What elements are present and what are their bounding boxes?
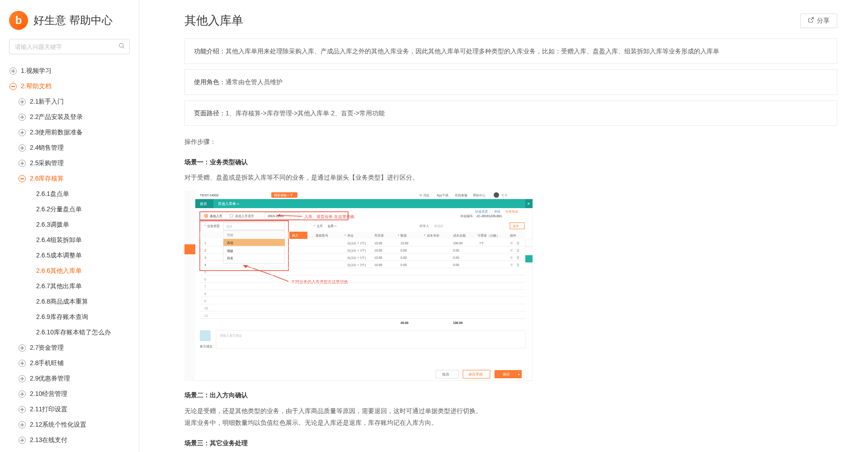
svg-text:保存: 保存: [503, 372, 510, 376]
nav-label: 2.6.8商品成本重算: [36, 298, 88, 306]
svg-point-14: [494, 192, 499, 198]
nav-item[interactable]: 2.9优惠券管理: [18, 371, 130, 386]
nav-item[interactable]: 2.11打印设置: [18, 402, 130, 417]
nav-item[interactable]: 2.6.7其他出库单: [36, 279, 130, 294]
nav-item[interactable]: 2.8手机旺铺: [18, 356, 130, 371]
svg-text:⊕: ⊕: [510, 263, 513, 267]
nav-label: 2.10经营管理: [30, 390, 67, 398]
nav-label: 2.6.3调拨单: [36, 221, 69, 229]
info-path: 页面路径：1、库存核算->库存管理->其他入库单 2、首页->常用功能: [184, 100, 837, 126]
svg-text:4: 4: [204, 263, 206, 266]
svg-text:*: *: [424, 234, 425, 237]
svg-text:其他入库退库: 其他入库退库: [235, 214, 254, 218]
svg-rect-4: [184, 244, 195, 254]
plus-circle-icon: [18, 390, 26, 398]
share-label: 分享: [817, 17, 830, 25]
svg-rect-57: [200, 232, 525, 239]
nav-label: 2.1新手入门: [30, 98, 64, 106]
nav-item[interactable]: 2.6.8商品成本重算: [36, 294, 130, 309]
nav-item[interactable]: 2.12系统个性化设置: [18, 417, 130, 433]
svg-text:拆装: 拆装: [226, 257, 233, 260]
svg-text:我要体验一下: 我要体验一下: [274, 194, 293, 197]
svg-text:×: ×: [527, 201, 530, 206]
nav-item[interactable]: 2.6.6其他入库单: [36, 263, 130, 279]
logo-icon: b: [9, 11, 28, 30]
nav-label: 2.12系统个性化设置: [30, 421, 86, 429]
screenshot-image: TEST-H002 我要体验一下 ⟳ 消息 App下载 在线客服 帮助中心 C …: [184, 191, 837, 381]
svg-rect-123: [216, 330, 525, 348]
nav-item[interactable]: 2.2产品安装及登录: [18, 109, 130, 125]
nav-item[interactable]: 2.帮助文档: [9, 79, 130, 94]
nav-item[interactable]: 2.6.1盘点单: [36, 186, 130, 202]
nav-label: 2.3使用前数据准备: [30, 128, 83, 137]
nav-item[interactable]: 2.6.3调拨单: [36, 217, 130, 233]
svg-text:⊕: ⊕: [510, 248, 513, 252]
svg-text:0.00: 0.00: [401, 256, 407, 259]
svg-text:成本金额: 成本金额: [453, 234, 466, 237]
minus-circle-icon: [9, 82, 17, 90]
plus-circle-icon: [18, 421, 26, 429]
nav-label: 2.4销售管理: [30, 144, 64, 152]
svg-text:3: 3: [204, 256, 206, 259]
nav-item[interactable]: 2.6.10库存账本错了怎么办: [36, 325, 130, 340]
nav-item[interactable]: 2.13在线支付: [18, 433, 130, 448]
nav-item[interactable]: 2.4销售管理: [18, 140, 130, 156]
svg-text:0.00: 0.00: [453, 249, 459, 252]
svg-text:保存草稿: 保存草稿: [468, 372, 483, 376]
plus-circle-icon: [18, 128, 26, 137]
nav-item[interactable]: 2.6.5成本调整单: [36, 248, 130, 263]
svg-text:0.00: 0.00: [401, 249, 407, 252]
svg-rect-16: [195, 199, 533, 208]
svg-text:请选择: 请选择: [434, 224, 443, 228]
nav-item[interactable]: 2.6库存核算: [18, 171, 130, 186]
svg-rect-39: [223, 223, 285, 230]
nav-item[interactable]: 2.7资金管理: [18, 340, 130, 356]
svg-text:其他: 其他: [227, 241, 233, 245]
nav-item[interactable]: 2.1新手入门: [18, 94, 130, 109]
scene1-text: 对于受赠、盘盈或是拆装入库等不同的业务，是通过单据头【业务类型】进行区分。: [184, 171, 837, 184]
nav-item[interactable]: 1.视频学习: [9, 63, 130, 79]
svg-text:仓库: 仓库: [316, 224, 323, 228]
nav-label: 2.6.4组装拆卸单: [36, 236, 82, 244]
svg-text:🗑: 🗑: [516, 256, 520, 260]
svg-point-24: [205, 215, 207, 216]
nav-item[interactable]: 2.5采购管理: [18, 156, 130, 171]
svg-rect-134: [525, 255, 533, 262]
svg-text:11: 11: [204, 314, 208, 317]
svg-text:消息: 消息: [423, 194, 429, 197]
svg-text:7: 7: [204, 285, 206, 288]
nav-label: 2.6.7其他出库单: [36, 282, 82, 290]
svg-text:入库、退货业务 在这里切换: 入库、退货业务 在这里切换: [304, 214, 354, 219]
plus-circle-icon: [18, 375, 26, 383]
svg-text:10.00: 10.00: [374, 256, 382, 259]
svg-rect-121: [200, 330, 211, 341]
nav-item[interactable]: 2.3使用前数据准备: [18, 125, 130, 140]
svg-rect-132: [525, 239, 533, 246]
nav-label: 2.7资金管理: [30, 344, 64, 352]
svg-text:在线客服: 在线客服: [455, 194, 467, 197]
svg-text:经手人: 经手人: [420, 224, 429, 228]
nav-item[interactable]: 2.14常见问题: [18, 448, 130, 452]
svg-text:0.00: 0.00: [401, 263, 407, 266]
svg-text:⊕: ⊕: [510, 256, 513, 260]
info-intro: 功能介绍：其他入库单用来处理除采购入库、产成品入库之外的其他入库业务，因此其他入…: [184, 38, 837, 64]
svg-text:6: 6: [204, 278, 206, 281]
svg-text:备注信息: 备注信息: [200, 345, 212, 348]
svg-text:2: 2: [204, 249, 206, 252]
nav-label: 2.2产品安装及登录: [30, 113, 83, 121]
nav-item[interactable]: 2.6.4组装拆卸单: [36, 233, 130, 248]
nav-item[interactable]: 2.6.2分量盘点单: [36, 202, 130, 217]
svg-text:10: 10: [204, 307, 208, 310]
share-button[interactable]: 分享: [800, 14, 837, 28]
nav-label: 2.13在线支付: [30, 436, 67, 444]
svg-text:数量: 数量: [401, 234, 407, 237]
plus-circle-icon: [18, 98, 26, 106]
nav-label: 2.帮助文档: [21, 82, 52, 90]
search-input[interactable]: [9, 39, 130, 54]
svg-text:台(1台 = 1个): 台(1台 = 1个): [347, 256, 366, 260]
svg-text:100.00: 100.00: [453, 321, 463, 324]
svg-text:9: 9: [204, 300, 206, 303]
svg-text:历史单据: 历史单据: [505, 210, 518, 214]
nav-item[interactable]: 2.6.9库存账本查询: [36, 309, 130, 325]
nav-item[interactable]: 2.10经营管理: [18, 386, 130, 402]
